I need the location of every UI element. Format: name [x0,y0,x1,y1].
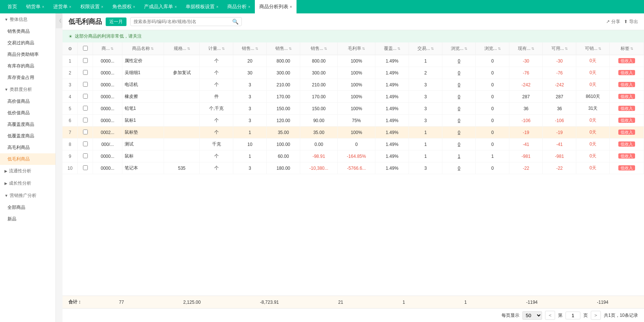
row-view1[interactable]: 0 [442,79,476,91]
row-view1[interactable]: 0 [442,103,476,115]
sidebar-item-low-margin[interactable]: 低毛利商品 [0,153,55,165]
row-view1[interactable]: 0 [442,115,476,127]
nav-home[interactable]: 首页 [3,0,22,13]
sidebar-collapse-btn[interactable]: 《 [56,13,63,28]
nav-sales[interactable]: 销货单 × [22,0,49,13]
sidebar-item-high-margin[interactable]: 高毛利商品 [0,142,55,153]
row-checkbox[interactable] [83,58,88,63]
search-icon[interactable]: 🔍 [232,19,238,25]
sidebar-item-in-stock[interactable]: 有库存的商品 [0,60,55,72]
row-trade: 1 [409,127,442,138]
row-name[interactable]: 鼠标1 [122,115,164,127]
sidebar-item-new-goods[interactable]: 新品 [0,213,55,225]
row-spec [164,115,199,127]
page-label: 第 [558,312,563,319]
prev-page-btn[interactable]: ＜ [545,311,555,320]
col-settings[interactable]: ⚙ [63,42,78,55]
sidebar-item-all-goods[interactable]: 全部商品 [0,202,55,213]
row-gross-margin: 100% [337,55,375,67]
sidebar-group-flow[interactable]: ▶ 流通性分析 [0,165,55,177]
col-sales-price: 销售...⇅ [267,42,300,55]
row-name[interactable]: 笔记本 [122,162,164,174]
row-name[interactable]: 鼠标 [122,150,164,162]
sidebar-item-high-coverage[interactable]: 高覆盖度商品 [0,119,55,130]
row-name[interactable]: 鼠标垫 [122,127,164,138]
row-checkbox[interactable] [83,141,88,146]
sidebar-group-marketing[interactable]: ▼ 营销推广分析 [0,189,55,202]
top-nav: 首页 销货单 × 进货单 × 权限设置 × 角色授权 × 产成品入库单 × 单据… [0,0,644,13]
row-sales-price: 180.00 [267,162,300,174]
period-button[interactable]: 近一月 [106,17,126,26]
next-page-btn[interactable]: ＞ [591,311,601,320]
row-name[interactable]: 铅笔1 [122,103,164,115]
sidebar-item-high-value[interactable]: 高价值商品 [0,96,55,107]
content-area: 低毛利商品 近一月 🔍 ↗ 分享 ⬆ 导出 ☀ 这部分商品的利润非常低，请关注 [63,13,644,322]
row-view1[interactable]: 0 [442,67,476,79]
nav-products[interactable]: 产成品入库单 × [140,0,181,13]
row-checkbox[interactable] [83,130,88,134]
row-checkbox[interactable] [83,153,88,158]
nav-sales-close[interactable]: × [42,5,44,9]
row-view1[interactable]: 0 [442,138,476,150]
nav-templates[interactable]: 单据模板设置 × [181,0,223,13]
pagination-bar: 每页显示 50 100 200 ＜ 第 页 ＞ 共1页，10条记录 [63,308,644,322]
row-gross-margin: -5766.6... [337,162,375,174]
row-name[interactable]: 吴细细1 [122,67,164,79]
sidebar-item-category-rate[interactable]: 商品分类助销率 [0,49,55,60]
row-view2: 0 [476,162,509,174]
row-checkbox[interactable] [83,106,88,111]
row-view1[interactable]: 0 [442,162,476,174]
row-view1[interactable]: 0 [442,127,476,138]
row-coverage: 1.49% [375,162,409,174]
sidebar-group-growth[interactable]: ▶ 成长性分析 [0,177,55,189]
row-trade: 1 [409,55,442,67]
nav-permissions-close[interactable]: × [101,5,103,9]
row-trade: 1 [409,150,442,162]
nav-analysis-list[interactable]: 商品分析列表 × [255,0,297,13]
row-view1[interactable]: 0 [442,55,476,67]
row-name[interactable]: 橡皮擦 [122,91,164,103]
nav-analysis-list-close[interactable]: × [290,5,292,9]
row-checkbox[interactable] [83,82,88,87]
row-view1[interactable]: 0 [442,91,476,103]
sidebar-item-low-coverage[interactable]: 低覆盖度商品 [0,130,55,142]
row-available: -30 [543,55,576,67]
nav-permissions[interactable]: 权限设置 × [76,0,108,13]
page-number-input[interactable] [565,312,580,319]
nav-analysis-close[interactable]: × [248,5,250,9]
share-button[interactable]: ↗ 分享 [606,19,620,25]
table-row: 3 0000... 电话机 个 3 210.00 210.00 100% 1.4… [63,79,644,91]
row-name[interactable]: 电话机 [122,79,164,91]
row-checkbox[interactable] [83,70,88,75]
sidebar-item-low-value[interactable]: 低价值商品 [0,107,55,119]
nav-roles[interactable]: 角色授权 × [108,0,140,13]
nav-purchase-close[interactable]: × [69,5,71,9]
row-view1[interactable]: 1 [442,150,476,162]
footer-sales-price: 2,125.00 [183,300,201,305]
row-name[interactable]: 测试 [122,138,164,150]
sidebar-item-inventory-capital[interactable]: 库存资金占用 [0,72,55,83]
sidebar-group-overview[interactable]: ▼ 整体信息 [0,13,55,26]
select-all-checkbox[interactable] [83,46,88,51]
nav-products-close[interactable]: × [174,5,177,9]
nav-templates-close[interactable]: × [216,5,218,9]
row-checkbox[interactable] [83,118,88,122]
row-num: 9 [63,150,78,162]
row-view2: 0 [476,91,509,103]
row-view2: 0 [476,127,509,138]
sidebar-item-traded-goods[interactable]: 交易过的商品 [0,37,55,49]
export-button[interactable]: ⬆ 导出 [624,19,638,25]
nav-roles-close[interactable]: × [133,5,135,9]
col-name: 商品名称⇅ [122,42,164,55]
sidebar-item-sales-goods[interactable]: 销售类商品 [0,26,55,37]
nav-analysis[interactable]: 商品分析 × [223,0,255,13]
sidebar-group-cluster[interactable]: ▼ 类群度分析 [0,83,55,96]
search-input[interactable] [134,19,232,24]
row-checkbox[interactable] [83,165,88,170]
page-size-select[interactable]: 50 100 200 [522,311,542,320]
row-checkbox[interactable] [83,94,88,99]
row-name[interactable]: 属性定价 [122,55,164,67]
row-available: -19 [543,127,576,138]
nav-purchase[interactable]: 进货单 × [49,0,76,13]
row-trade: 3 [409,115,442,127]
